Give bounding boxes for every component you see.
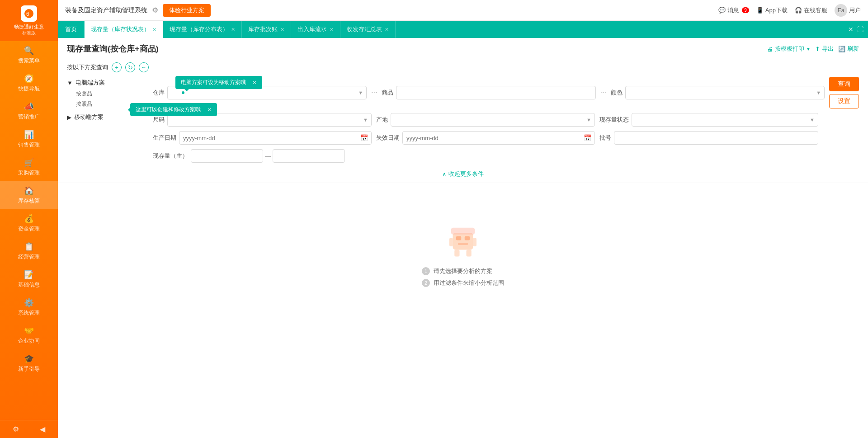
filter-stock-status: 现存量状态 ▼ <box>599 113 818 127</box>
sidebar-item-enterprise[interactable]: 🤝 企业协同 <box>0 321 58 349</box>
filter-color: 颜色 ▼ <box>611 86 825 99</box>
empty-step-2: 2 用过滤条件来缩小分析范围 <box>422 279 504 287</box>
sidebar-item-guide[interactable]: 🎓 新手引导 <box>0 349 58 377</box>
fullscreen-icon[interactable]: ⛶ <box>857 26 863 33</box>
origin-select-wrapper: ▼ <box>391 113 595 127</box>
sidebar-nav: 🔍 搜索菜单 🧭 快捷导航 📣 营销推广 📊 销售管理 🛒 采购管理 🏠 库存核… <box>0 41 58 420</box>
filter-section: 仓库 ▼ ··· 商品 <box>148 77 859 167</box>
trial-button[interactable]: 体验行业方案 <box>163 4 211 17</box>
sidebar-item-quick-nav[interactable]: 🧭 快捷导航 <box>0 69 58 97</box>
tab-inventory-status[interactable]: 现存量（库存状况表） ✕ <box>85 21 163 38</box>
notification-btn[interactable]: 💬 消息 9 <box>718 6 749 14</box>
scheme-list: ▼ 电脑端方案 按照品 按照品 ▶ 移动端方案 <box>67 77 148 167</box>
online-support-btn[interactable]: 🎧 在线客服 <box>795 6 827 14</box>
system-settings-icon[interactable]: ⚙ <box>152 6 158 14</box>
scheme-item-1[interactable]: 按照品 <box>67 89 148 99</box>
batch-no-input[interactable] <box>614 131 818 145</box>
expire-date-input[interactable] <box>402 131 595 145</box>
tab-spacer <box>396 21 844 38</box>
main-area: 装备及固定资产辅助管理系统 ⚙ 体验行业方案 💬 消息 9 📱 App下载 🎧 … <box>58 0 868 438</box>
back-button[interactable]: ← <box>139 62 149 72</box>
print-template-button[interactable]: 🖨 按模板打印 ▼ <box>767 45 811 53</box>
refresh-button[interactable]: 🔄 刷新 <box>838 45 859 53</box>
sidebar-item-finance[interactable]: 💰 资金管理 <box>0 209 58 237</box>
megaphone-icon: 📣 <box>24 102 34 112</box>
collapse-sidebar-icon[interactable]: ◀ <box>40 425 45 433</box>
warehouse-dots-icon[interactable]: ··· <box>371 89 377 97</box>
sidebar-item-basic-info[interactable]: 📝 基础信息 <box>0 265 58 293</box>
stock-range-label: 现存量（主） <box>153 152 188 160</box>
collapse-button[interactable]: ∧ 收起更多条件 <box>442 170 484 178</box>
add-scheme-button[interactable]: + <box>112 62 122 72</box>
sidebar-item-purchase[interactable]: 🛒 采购管理 <box>0 153 58 181</box>
page-actions: 🖨 按模板打印 ▼ ⬆ 导出 🔄 刷新 <box>767 45 859 53</box>
expire-date-label: 失效日期 <box>376 134 400 142</box>
sidebar-item-marketing[interactable]: 📣 营销推广 <box>0 97 58 125</box>
sidebar-item-sales[interactable]: 📊 销售管理 <box>0 125 58 153</box>
color-select[interactable] <box>625 86 825 99</box>
collapse-row: ∧ 收起更多条件 <box>67 167 859 183</box>
avatar: Ea <box>835 4 847 17</box>
search-area: 按以下方案查询 + ↻ ← ▼ 电脑端方案 按照品 <box>58 58 868 183</box>
close-tooltip-1[interactable]: ✕ <box>252 80 257 86</box>
stock-range-to-input[interactable] <box>273 149 345 163</box>
empty-step-1: 1 请先选择要分析的方案 <box>422 267 504 275</box>
settings-bottom-icon[interactable]: ⚙ <box>13 425 19 433</box>
enterprise-icon: 🤝 <box>24 326 34 336</box>
origin-select[interactable] <box>391 113 595 127</box>
close-tab-inventory-dist[interactable]: ✕ <box>231 27 235 33</box>
svg-rect-10 <box>451 228 475 235</box>
prod-date-input[interactable] <box>179 131 372 145</box>
range-dash: — <box>265 153 271 160</box>
page-inner: 现存量查询(按仓库+商品) 🖨 按模板打印 ▼ ⬆ 导出 🔄 刷新 <box>58 38 868 438</box>
page-header: 现存量查询(按仓库+商品) 🖨 按模板打印 ▼ ⬆ 导出 🔄 刷新 <box>58 38 868 58</box>
header-left: 装备及固定资产辅助管理系统 ⚙ 体验行业方案 <box>65 4 211 17</box>
stock-range-from-input[interactable] <box>191 149 263 163</box>
tab-inventory-dist[interactable]: 现存量（库存分布表） ✕ <box>163 21 242 38</box>
sidebar-bottom: ⚙ ◀ <box>0 420 58 438</box>
close-tab-flow[interactable]: ✕ <box>330 27 334 33</box>
product-input[interactable] <box>396 86 595 99</box>
sidebar-item-search[interactable]: 🔍 搜索菜单 <box>0 41 58 69</box>
sidebar-item-operations[interactable]: 📋 经营管理 <box>0 237 58 265</box>
product-label: 商品 <box>382 89 393 97</box>
stock-status-select[interactable] <box>632 113 818 127</box>
close-all-icon[interactable]: ✕ <box>848 26 854 33</box>
sidebar-item-system[interactable]: ⚙️ 系统管理 <box>0 293 58 321</box>
sidebar: 6 畅捷通好生意 标准版 🔍 搜索菜单 🧭 快捷导航 📣 营销推广 📊 销售管理… <box>0 0 58 438</box>
tab-home[interactable]: 首页 <box>58 21 85 38</box>
close-tooltip-2[interactable]: ✕ <box>207 107 212 113</box>
tab-batch[interactable]: 库存批次账 ✕ <box>242 21 291 38</box>
size-label: 尺码 <box>153 116 165 124</box>
tab-summary[interactable]: 收发存汇总表 ✕ <box>340 21 396 38</box>
notification-badge: 9 <box>742 7 749 13</box>
user-area[interactable]: Ea 用户 <box>835 4 861 17</box>
print-dropdown-icon: ▼ <box>806 47 811 52</box>
product-dots-icon[interactable]: ··· <box>600 89 606 97</box>
export-button[interactable]: ⬆ 导出 <box>815 45 834 53</box>
svg-rect-3 <box>456 236 461 240</box>
scheme-group-desktop-header[interactable]: ▼ 电脑端方案 <box>67 77 148 89</box>
reset-button[interactable]: 设置 <box>829 94 859 108</box>
prod-date-wrap: 📅 <box>179 131 372 145</box>
header-right: 💬 消息 9 📱 App下载 🎧 在线客服 Ea 用户 <box>718 4 861 17</box>
search-header: 按以下方案查询 + ↻ ← <box>67 62 859 72</box>
sidebar-item-inventory[interactable]: 🏠 库存核算 <box>0 181 58 209</box>
refresh-scheme-button[interactable]: ↻ <box>125 62 135 72</box>
search-button[interactable]: 查询 <box>829 77 859 91</box>
close-tab-inventory-status[interactable]: ✕ <box>152 27 156 33</box>
filter-origin: 产地 ▼ <box>376 113 595 127</box>
tab-flow[interactable]: 出入库流水 ✕ <box>291 21 340 38</box>
filter-row-2: 尺码 ▼ 产地 <box>153 113 859 127</box>
close-tab-summary[interactable]: ✕ <box>385 27 389 33</box>
close-tab-batch[interactable]: ✕ <box>280 27 284 33</box>
finance-icon: 💰 <box>24 214 34 224</box>
mobile-icon: 📱 <box>756 7 764 14</box>
app-download-btn[interactable]: 📱 App下载 <box>756 6 788 14</box>
stock-status-label: 现存量状态 <box>599 116 629 124</box>
filter-prod-date: 生产日期 📅 <box>153 131 372 145</box>
svg-text:6: 6 <box>26 11 29 17</box>
filter-product: 商品 <box>382 86 595 99</box>
print-icon: 🖨 <box>767 46 773 52</box>
warehouse-label: 仓库 <box>153 89 165 97</box>
